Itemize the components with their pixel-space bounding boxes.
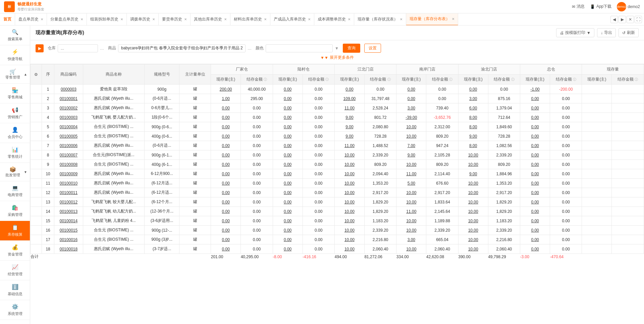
- row-code[interactable]: 00100015: [54, 226, 83, 235]
- row-w5-qty[interactable]: 10.00: [458, 226, 488, 235]
- row-w1-qty[interactable]: 200.00: [211, 85, 241, 94]
- row-w2-qty[interactable]: 0.00: [273, 197, 303, 207]
- row-w5-qty[interactable]: 10.00: [458, 235, 488, 244]
- row-checkbox[interactable]: [31, 141, 42, 150]
- row-total-qty[interactable]: 0.00: [520, 235, 550, 244]
- row-w4-qty[interactable]: 10.00: [396, 226, 426, 235]
- row-w3-qty[interactable]: 9.00: [334, 132, 364, 141]
- row-w1-qty[interactable]: 0.00: [211, 150, 241, 160]
- tab-close-all[interactable]: ✕: [627, 16, 634, 23]
- sidebar-item-enterprise[interactable]: 🤝 企业协同: [0, 320, 30, 324]
- info-icon-4[interactable]: ⓘ: [449, 78, 452, 81]
- row-checkbox[interactable]: [31, 103, 42, 113]
- goods-more-icon[interactable]: …: [248, 46, 252, 51]
- row-w4-qty[interactable]: 11.00: [396, 207, 426, 216]
- row-code[interactable]: 00100004: [54, 122, 83, 132]
- filter-more-btn[interactable]: ▼▼ 展开更多条件: [36, 55, 639, 60]
- row-code[interactable]: 00100001: [54, 94, 83, 103]
- row-w5-qty[interactable]: 9.00: [458, 132, 488, 141]
- row-w1-qty[interactable]: 0.00: [211, 141, 241, 150]
- row-code[interactable]: 00100018: [54, 244, 83, 254]
- sidebar-item-member[interactable]: 👤 会员中心: [0, 123, 30, 143]
- sidebar-item-management[interactable]: 📈 经营管理: [0, 261, 30, 280]
- tab-close-2[interactable]: ✕: [80, 17, 83, 21]
- row-code[interactable]: 00100009: [54, 169, 83, 179]
- row-total-qty[interactable]: 0.00: [520, 169, 550, 179]
- tab-cost-adjust[interactable]: 成本调整单历史 ✕: [314, 13, 354, 26]
- row-w2-qty[interactable]: 0.00: [273, 244, 303, 254]
- row-code[interactable]: 00100012: [54, 197, 83, 207]
- row-w3-qty[interactable]: 10.00: [334, 244, 364, 254]
- row-w1-qty[interactable]: 0.00: [211, 169, 241, 179]
- row-w1-qty[interactable]: 0.00: [211, 207, 241, 216]
- row-w3-qty[interactable]: 10.00: [334, 179, 364, 188]
- sidebar-item-stats[interactable]: 📊 零售统计: [0, 143, 30, 163]
- sidebar-item-shop[interactable]: 🏪 零售商城: [0, 84, 30, 103]
- tab-close-8[interactable]: ✕: [308, 17, 311, 21]
- row-checkbox[interactable]: [31, 179, 42, 188]
- row-w2-qty[interactable]: 0.00: [273, 141, 303, 150]
- row-w4-qty[interactable]: 10.00: [396, 132, 426, 141]
- row-w1-qty[interactable]: 0.00: [211, 113, 241, 122]
- row-w1-qty[interactable]: 0.00: [211, 235, 241, 244]
- row-w1-qty[interactable]: 0.00: [211, 188, 241, 197]
- row-w3-qty[interactable]: 10.00: [334, 226, 364, 235]
- row-w4-qty[interactable]: 10.00: [396, 244, 426, 254]
- row-w2-qty[interactable]: 0.00: [273, 113, 303, 122]
- row-w4-qty[interactable]: -39.00: [396, 113, 426, 122]
- info-icon-6[interactable]: ⓘ: [573, 78, 576, 81]
- row-total-qty[interactable]: 0.00: [520, 179, 550, 188]
- row-w1-qty[interactable]: 0.00: [211, 103, 241, 113]
- row-w1-qty[interactable]: 0.00: [211, 179, 241, 188]
- row-total-qty[interactable]: 0.00: [520, 188, 550, 197]
- sidebar-item-wholesale[interactable]: 📦 批发管理 ▼: [0, 163, 30, 181]
- row-code[interactable]: 00100003: [54, 113, 83, 122]
- row-w5-qty[interactable]: 10.00: [458, 216, 488, 226]
- row-total-qty[interactable]: 0.00: [520, 244, 550, 254]
- row-w5-qty[interactable]: 10.00: [458, 188, 488, 197]
- row-w3-qty[interactable]: 0.00: [334, 85, 364, 94]
- row-w5-qty[interactable]: 10.00: [458, 160, 488, 169]
- row-code[interactable]: 0000003: [54, 85, 83, 94]
- row-total-qty[interactable]: 0.00: [520, 103, 550, 113]
- row-total-qty[interactable]: 0.00: [520, 113, 550, 122]
- tab-close-9[interactable]: ✕: [348, 17, 351, 21]
- row-code[interactable]: 00100014: [54, 216, 83, 226]
- tab-material-out[interactable]: 材料出库单历史 ✕: [230, 13, 270, 26]
- print-btn[interactable]: 🖨 按模版打印 ▼: [556, 28, 594, 37]
- row-total-qty[interactable]: 0.00: [520, 197, 550, 207]
- row-checkbox[interactable]: [31, 132, 42, 141]
- row-w2-qty[interactable]: 0.00: [273, 103, 303, 113]
- tab-product-in[interactable]: 产成品入库单历史 ✕: [270, 13, 314, 26]
- row-w5-qty[interactable]: 10.00: [458, 197, 488, 207]
- tab-prev[interactable]: ◀: [610, 16, 618, 23]
- row-w5-qty[interactable]: 10.00: [458, 207, 488, 216]
- sidebar-item-retail[interactable]: 🛒 零售管理 ▲: [0, 65, 30, 84]
- sidebar-item-base[interactable]: ℹ️ 基础信息: [0, 280, 30, 300]
- row-w5-qty[interactable]: 6.00: [458, 103, 488, 113]
- tab-close-3[interactable]: ✕: [120, 17, 123, 21]
- tab-inventory-history[interactable]: 盘点单历史 ✕: [15, 13, 47, 26]
- row-checkbox[interactable]: [31, 207, 42, 216]
- col-settings[interactable]: ⚙: [31, 64, 42, 85]
- settings-btn[interactable]: 设置: [364, 44, 381, 53]
- row-w4-qty[interactable]: 5.00: [396, 179, 426, 188]
- tab-assembly[interactable]: 组装拆卸单历史 ✕: [87, 13, 127, 26]
- tab-maximize[interactable]: ⛶: [635, 16, 642, 23]
- row-w5-qty[interactable]: 8.00: [458, 113, 488, 122]
- row-w3-qty[interactable]: 10.00: [334, 235, 364, 244]
- sidebar-item-system[interactable]: ⚙️ 系统管理: [0, 300, 30, 320]
- row-w2-qty[interactable]: 0.00: [273, 85, 303, 94]
- row-w2-qty[interactable]: 0.00: [273, 132, 303, 141]
- row-w1-qty[interactable]: 0.00: [211, 226, 241, 235]
- row-w4-qty[interactable]: 3.00: [396, 103, 426, 113]
- info-icon-5[interactable]: ⓘ: [511, 78, 515, 81]
- row-total-qty[interactable]: 0.00: [520, 207, 550, 216]
- row-w2-qty[interactable]: 0.00: [273, 207, 303, 216]
- row-w1-qty[interactable]: 0.00: [211, 160, 241, 169]
- row-w4-qty[interactable]: 0.00: [396, 94, 426, 103]
- row-checkbox[interactable]: [31, 122, 42, 132]
- row-checkbox[interactable]: [31, 244, 42, 254]
- row-w3-qty[interactable]: 10.00: [334, 150, 364, 160]
- row-w1-qty[interactable]: 0.00: [211, 244, 241, 254]
